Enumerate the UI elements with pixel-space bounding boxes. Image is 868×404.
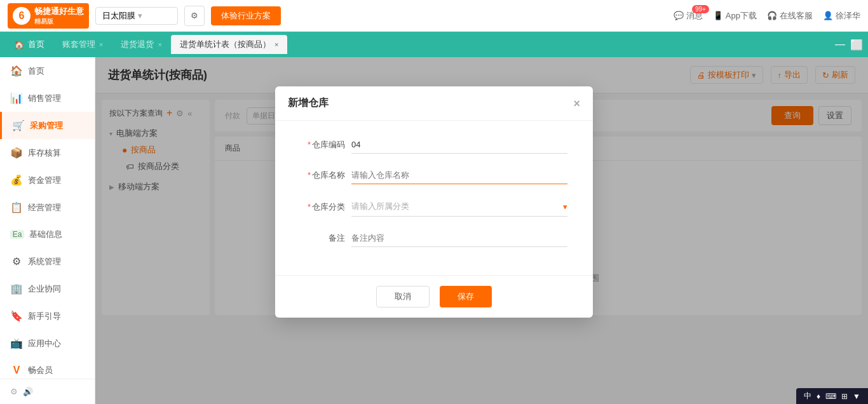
operations-icon: 📋 [10, 201, 23, 213]
message-icon: 💬 [674, 11, 684, 20]
modal-close-button[interactable]: × [573, 98, 580, 109]
sidebar-label-system: 系统管理 [28, 256, 61, 267]
input-name[interactable] [351, 166, 567, 184]
tab-minimize-button[interactable]: — [835, 39, 845, 51]
input-code[interactable] [351, 136, 567, 154]
sidebar-settings-icon[interactable]: ⚙ [10, 387, 18, 396]
member-icon: V [10, 365, 23, 376]
tab-home-icon: 🏠 [14, 40, 24, 50]
status-zh[interactable]: 中 [804, 391, 811, 401]
app-download-label: App下载 [726, 10, 757, 22]
headset-icon: 🎧 [767, 11, 777, 20]
settings-gear-button[interactable]: ⚙ [184, 6, 205, 26]
tab-accounts-label: 账套管理 [62, 39, 95, 50]
tab-returns[interactable]: 进货退货 × [112, 35, 170, 54]
sidebar-label-guide: 新手引导 [28, 311, 61, 322]
tab-accounts[interactable]: 账套管理 × [53, 35, 112, 54]
sidebar-label-purchase: 采购管理 [30, 120, 63, 131]
sidebar-item-inventory[interactable]: 📦 库存核算 [0, 139, 95, 166]
tab-home[interactable]: 🏠 首页 [5, 35, 53, 54]
arrow-down-status-icon[interactable]: ▼ [853, 392, 860, 401]
grid-icon[interactable]: ⊞ [841, 392, 848, 401]
tab-returns-close[interactable]: × [158, 41, 161, 48]
inventory-icon: 📦 [10, 147, 23, 159]
tab-maximize-button[interactable]: ⬜ [850, 39, 863, 51]
save-button[interactable]: 保存 [440, 286, 492, 307]
store-chevron-icon: ▾ [138, 11, 171, 20]
enterprise-icon: 🏢 [10, 283, 23, 295]
category-chevron-icon: ▾ [563, 202, 567, 212]
sidebar-item-home[interactable]: 🏠 首页 [0, 57, 95, 84]
store-selector[interactable]: 日太阳膜 ▾ [95, 7, 178, 25]
sidebar-label-home: 首页 [28, 65, 44, 77]
user-name: 徐泽华 [836, 10, 860, 22]
top-navbar: 6 畅捷通好生意 精易版 日太阳膜 ▾ ⚙ 体验行业方案 💬 消息 99+ 📱 … [0, 0, 868, 32]
label-code: 仓库编码 [301, 139, 351, 151]
purchase-icon: 🛒 [12, 119, 25, 131]
tab-stats[interactable]: 进货单统计表（按商品） × [171, 35, 287, 54]
trial-button[interactable]: 体验行业方案 [211, 6, 281, 25]
system-icon: ⚙ [10, 255, 23, 267]
online-service-label: 在线客服 [780, 10, 813, 22]
messages-button[interactable]: 💬 消息 99+ [674, 10, 703, 22]
tab-accounts-close[interactable]: × [99, 41, 103, 48]
sidebar-item-guide[interactable]: 🔖 新手引导 [0, 302, 95, 330]
logo-icon: 6 [13, 7, 31, 25]
guide-icon: 🔖 [10, 310, 23, 322]
logo: 6 畅捷通好生意 精易版 [8, 3, 89, 29]
sidebar-bottom: ⚙ 🔊 [0, 379, 95, 404]
sidebar-label-finance: 资金管理 [28, 175, 61, 186]
modal-header: 新增仓库 × [275, 86, 593, 121]
form-row-note: 备注 [301, 229, 567, 247]
logo-sub: 精易版 [34, 17, 84, 26]
logo-text-block: 畅捷通好生意 精易版 [34, 6, 84, 26]
tab-bar: 🏠 首页 账套管理 × 进货退货 × 进货单统计表（按商品） × — ⬜ [0, 32, 868, 57]
sales-icon: 📊 [10, 92, 23, 104]
sidebar-label-sales: 销售管理 [28, 93, 61, 104]
sidebar-label-enterprise: 企业协同 [28, 283, 61, 295]
modal-body: 仓库编码 仓库名称 仓库分类 请输入所属分类 ▾ 备注 [275, 121, 593, 275]
sidebar-label-member: 畅会员 [28, 365, 53, 376]
modal-title: 新增仓库 [288, 97, 329, 110]
sidebar-label-operations: 经营管理 [28, 202, 61, 213]
sidebar-label-appcenter: 应用中心 [28, 338, 61, 349]
store-name: 日太阳膜 [102, 10, 135, 22]
sidebar-item-purchase[interactable]: 🛒 采购管理 [0, 112, 95, 139]
sidebar-item-appcenter[interactable]: 📺 应用中心 [0, 330, 95, 357]
phone-icon: 📱 [713, 11, 723, 20]
online-service-button[interactable]: 🎧 在线客服 [767, 10, 813, 22]
finance-icon: 💰 [10, 174, 23, 186]
status-bar: 中 ♦ ⌨ ⊞ ▼ [796, 388, 868, 404]
tab-home-label: 首页 [28, 39, 44, 50]
sidebar-item-member[interactable]: V 畅会员 [0, 357, 95, 379]
gear-icon: ⚙ [191, 11, 198, 20]
form-row-category: 仓库分类 请输入所属分类 ▾ [301, 197, 567, 217]
sidebar-item-system[interactable]: ⚙ 系统管理 [0, 248, 95, 275]
sidebar-volume-icon[interactable]: 🔊 [23, 387, 33, 396]
sidebar-item-finance[interactable]: 💰 资金管理 [0, 166, 95, 194]
sidebar-item-enterprise[interactable]: 🏢 企业协同 [0, 275, 95, 302]
input-note[interactable] [351, 229, 567, 247]
modal-footer: 取消 保存 [275, 275, 593, 318]
app-download-button[interactable]: 📱 App下载 [713, 10, 757, 22]
category-placeholder: 请输入所属分类 [351, 201, 409, 212]
basic-icon: Ea [10, 230, 24, 239]
sidebar-item-basic[interactable]: Ea 基础信息 [0, 221, 95, 248]
sidebar: 🏠 首页 📊 销售管理 🛒 采购管理 📦 库存核算 💰 资金管理 📋 经 [0, 57, 95, 404]
tab-stats-label: 进货单统计表（按商品） [180, 39, 271, 50]
form-row-name: 仓库名称 [301, 166, 567, 184]
logo-name: 畅捷通好生意 [34, 6, 84, 17]
message-badge: 99+ [692, 5, 709, 13]
new-warehouse-modal: 新增仓库 × 仓库编码 仓库名称 仓库分类 请输入所属分类 ▾ 备注 取消 [275, 86, 593, 318]
keyboard-icon[interactable]: ⌨ [825, 392, 836, 401]
cancel-button[interactable]: 取消 [376, 286, 430, 307]
top-right-actions: 💬 消息 99+ 📱 App下载 🎧 在线客服 👤 徐泽华 [674, 10, 860, 22]
tab-stats-close[interactable]: × [275, 41, 278, 48]
sidebar-item-operations[interactable]: 📋 经营管理 [0, 194, 95, 221]
home-icon: 🏠 [10, 65, 23, 77]
select-category[interactable]: 请输入所属分类 ▾ [351, 197, 567, 217]
user-avatar[interactable]: 👤 徐泽华 [823, 10, 860, 22]
sidebar-item-sales[interactable]: 📊 销售管理 [0, 84, 95, 112]
sidebar-scroll: 🏠 首页 📊 销售管理 🛒 采购管理 📦 库存核算 💰 资金管理 📋 经 [0, 57, 95, 379]
status-dot: ♦ [817, 392, 820, 401]
